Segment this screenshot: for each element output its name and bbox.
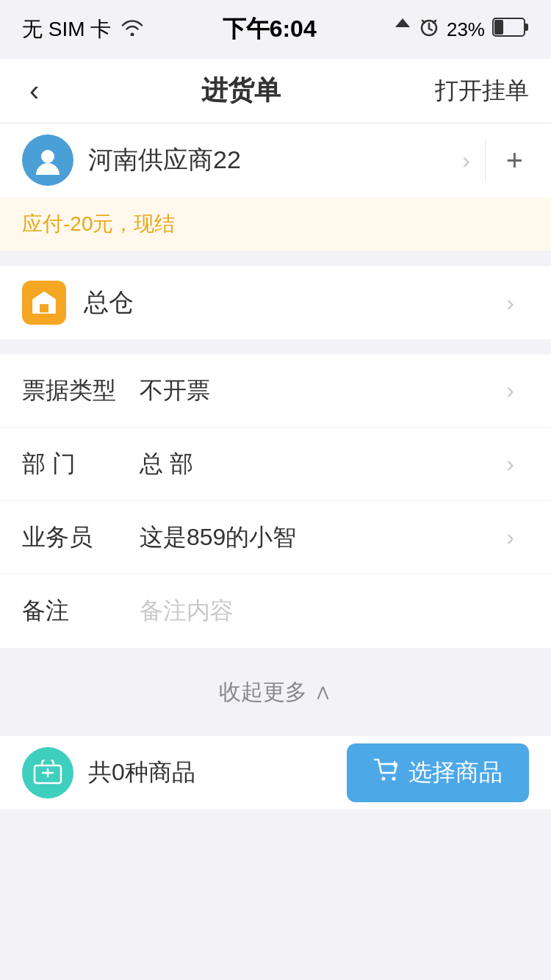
supplier-section: 河南供应商22 › + — [0, 123, 551, 197]
department-value: 总 部 — [125, 448, 506, 480]
warehouse-name: 总仓 — [84, 286, 506, 320]
ticket-type-value: 不开票 — [125, 375, 506, 407]
form-card: 票据类型 不开票 › 部 门 总 部 › 业务员 这是859的小智 › 备注 备… — [0, 354, 551, 648]
alarm-icon — [419, 17, 439, 43]
sales-rep-chevron-icon: › — [506, 524, 514, 551]
ticket-type-row[interactable]: 票据类型 不开票 › — [0, 354, 551, 428]
select-goods-cart-icon — [373, 758, 400, 788]
page-title: 进货单 — [201, 73, 281, 109]
battery-label: 23% — [447, 18, 485, 41]
gray-area — [0, 824, 551, 980]
open-pending-button[interactable]: 打开挂单 — [435, 75, 529, 107]
bottom-bar: 共0种商品 选择商品 — [0, 736, 551, 810]
svg-rect-2 — [525, 24, 528, 31]
ticket-type-label: 票据类型 — [22, 375, 125, 407]
location-icon — [394, 17, 411, 43]
carrier-label: 无 SIM 卡 — [22, 15, 111, 43]
warehouse-chevron-icon: › — [506, 289, 514, 317]
collapse-label: 收起更多 ∧ — [219, 677, 331, 707]
notice-bar: 应付-20元，现结 — [0, 197, 551, 251]
battery-icon — [492, 18, 529, 42]
department-label: 部 门 — [22, 448, 125, 480]
svg-point-4 — [41, 150, 54, 163]
ticket-type-chevron-icon: › — [506, 377, 514, 404]
sales-rep-row[interactable]: 业务员 这是859的小智 › — [0, 501, 551, 574]
remarks-row[interactable]: 备注 备注内容 — [0, 574, 551, 648]
supplier-row[interactable]: 河南供应商22 › + — [0, 123, 551, 197]
remarks-input[interactable]: 备注内容 — [125, 595, 529, 627]
goods-count: 共0种商品 — [88, 757, 332, 789]
supplier-name: 河南供应商22 — [88, 143, 462, 177]
svg-point-8 — [392, 777, 396, 781]
remarks-label: 备注 — [22, 595, 125, 627]
svg-rect-5 — [40, 304, 48, 313]
nav-bar: ‹ 进货单 打开挂单 — [0, 59, 551, 123]
notice-text: 应付-20元，现结 — [22, 212, 175, 235]
svg-point-7 — [382, 777, 386, 781]
supplier-chevron-icon: › — [462, 147, 470, 174]
status-time: 下午6:04 — [223, 13, 317, 46]
select-goods-button[interactable]: 选择商品 — [347, 743, 529, 802]
department-chevron-icon: › — [506, 450, 514, 478]
wifi-icon — [120, 18, 145, 41]
svg-rect-3 — [494, 20, 503, 35]
supplier-avatar — [22, 134, 73, 186]
goods-icon — [22, 747, 73, 799]
back-button[interactable]: ‹ — [22, 67, 46, 115]
warehouse-icon — [22, 281, 66, 325]
status-left: 无 SIM 卡 — [22, 15, 145, 43]
collapse-row[interactable]: 收起更多 ∧ — [0, 663, 551, 721]
sales-rep-value: 这是859的小智 — [125, 522, 506, 554]
select-goods-label: 选择商品 — [408, 757, 503, 789]
status-bar: 无 SIM 卡 下午6:04 23% — [0, 0, 551, 59]
content-area: 河南供应商22 › + 应付-20元，现结 总仓 › 票据类型 不开票 › — [0, 123, 551, 980]
department-row[interactable]: 部 门 总 部 › — [0, 428, 551, 501]
add-supplier-button[interactable]: + — [485, 138, 529, 182]
status-right: 23% — [394, 17, 529, 43]
warehouse-row[interactable]: 总仓 › — [0, 266, 551, 339]
sales-rep-label: 业务员 — [22, 522, 125, 554]
